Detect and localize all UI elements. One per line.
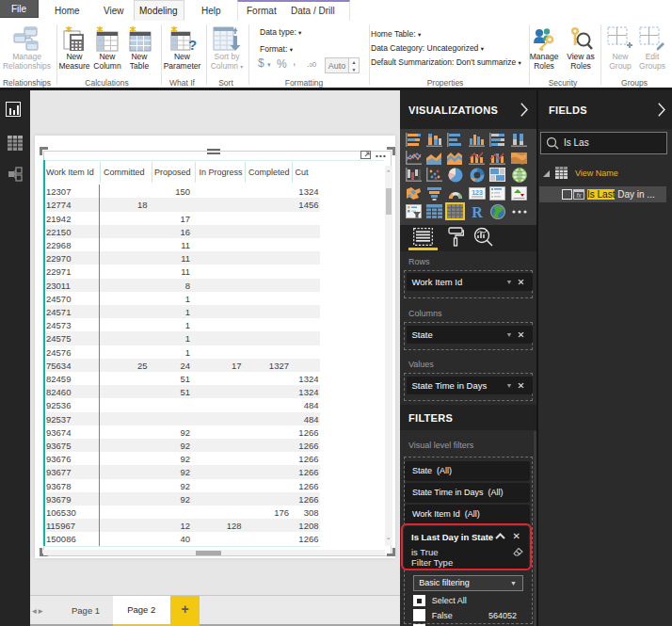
- svg-text:R: R: [472, 204, 483, 219]
- svg-text:123: 123: [472, 188, 483, 195]
- svg-text:fx: fx: [576, 192, 582, 199]
- svg-text:?: ?: [188, 37, 197, 52]
